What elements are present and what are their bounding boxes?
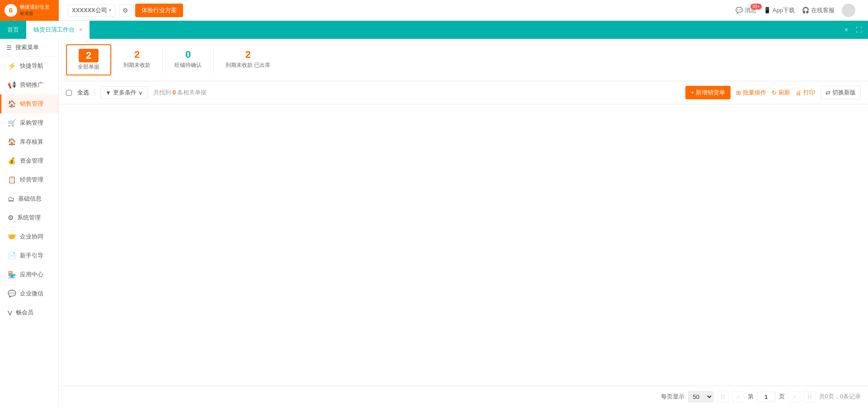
filter-button[interactable]: ▼ 更多条件 ∨ [100, 86, 148, 99]
fullscreen-icon: ⛶ [856, 26, 862, 33]
cart-icon: 🛒 [8, 119, 16, 127]
logo-area: 6 畅捷通好生意 标准版 [0, 0, 59, 21]
sidebar-item-purchase[interactable]: 🛒 采购管理 [0, 113, 58, 132]
sidebar-label-wechat: 企业微信 [20, 290, 43, 298]
sidebar-label-guide: 新手引导 [20, 252, 43, 260]
stat-card-overdue[interactable]: 2 到期未收款 [112, 44, 162, 75]
lightning-icon: ⚡ [8, 62, 16, 70]
search-menu-icon: ☰ [6, 44, 12, 51]
sidebar-label-sales: 销售管理 [20, 100, 43, 108]
close-icon: × [844, 26, 848, 33]
sidebar-label-marketing: 营销推广 [20, 81, 43, 89]
sidebar-search[interactable]: ☰ 搜索菜单 [0, 39, 58, 56]
app-download-button[interactable]: 📱 App下载 [764, 6, 795, 14]
stat-label-overdue: 到期未收款 [123, 61, 151, 69]
stat-label-shipped: 到期未收款 已出库 [226, 61, 270, 69]
tab-money-goods[interactable]: 钱货日清工作台 × [26, 21, 90, 39]
settings-button[interactable]: ⚙ [119, 4, 132, 17]
sidebar-item-inventory[interactable]: 🏠 库存核算 [0, 132, 58, 151]
toolbar-divider-1 [94, 89, 95, 96]
home-icon: 🏠 [8, 100, 16, 108]
wechat-icon: 💬 [8, 290, 16, 298]
sidebar-item-wechat[interactable]: 💬 企业微信 [0, 284, 58, 303]
sidebar-label-operations: 经营管理 [20, 176, 43, 184]
batch-label: 批量操作 [743, 89, 766, 97]
print-label: 打印 [803, 89, 815, 97]
experience-button[interactable]: 体验行业方案 [135, 4, 183, 17]
page-size-select[interactable]: 20 50 100 200 [688, 391, 713, 402]
stat-number-pending: 0 [185, 49, 191, 61]
sidebar-item-sales[interactable]: 🏠 销售管理 [0, 94, 58, 113]
money-goods-tab-label: 钱货日清工作台 [33, 26, 75, 34]
next-page-button[interactable]: ＞ [788, 391, 800, 402]
close-tab-action[interactable]: × [841, 24, 852, 35]
select-all-label: 全选 [77, 89, 89, 97]
found-suffix: 条相关单据 [177, 89, 207, 96]
last-page-button[interactable]: ⟩⟩ [804, 391, 816, 402]
sidebar-item-finance[interactable]: 💰 资金管理 [0, 151, 58, 170]
page-size-label: 每页显示 [661, 393, 684, 401]
chevron-icon: ∨ [138, 89, 143, 96]
message-icon: 💬 [736, 7, 743, 14]
sidebar-label-member: 畅会员 [16, 309, 33, 317]
tab-home[interactable]: 首页 [0, 21, 26, 39]
enterprise-icon: 🤝 [8, 233, 16, 241]
company-name: XXXXXX公司 [72, 6, 107, 14]
filter-label: 更多条件 [113, 89, 137, 97]
stat-number-overdue: 2 [134, 49, 140, 61]
sidebar-item-app-center[interactable]: 🏪 应用中心 [0, 265, 58, 284]
found-text: 共找到 0 条相关单据 [153, 89, 207, 97]
first-page-button[interactable]: ⟨⟨ [717, 391, 729, 402]
sidebar-item-enterprise[interactable]: 🤝 企业协同 [0, 227, 58, 246]
message-button[interactable]: 💬 消息 99+ [736, 6, 756, 14]
pagination-bar: 每页显示 20 50 100 200 ⟨⟨ ＜ 第 1 页 ＞ ⟩⟩ 共0页，0… [59, 386, 868, 407]
add-sales-order-button[interactable]: + 新增销货单 [685, 86, 731, 99]
total-info: 共0页，0条记录 [819, 393, 861, 401]
online-service-label: 在线客服 [811, 6, 835, 14]
print-icon: 🖨 [796, 89, 802, 96]
switch-version-button[interactable]: ⇄ 切换新版 [821, 86, 861, 99]
tab-bar: 首页 钱货日清工作台 × × ⛶ [0, 21, 868, 39]
sidebar-item-quick-nav[interactable]: ⚡ 快捷导航 [0, 56, 58, 75]
stat-card-pending[interactable]: 0 旺铺待确认 [163, 44, 213, 75]
company-selector[interactable]: XXXXXX公司 ▾ [68, 4, 115, 17]
select-all-checkbox[interactable] [66, 90, 72, 96]
clipboard-icon: 📋 [8, 176, 16, 184]
sidebar-item-guide[interactable]: 📄 新手引导 [0, 246, 58, 265]
page-input[interactable]: 1 [757, 392, 775, 402]
fullscreen-tab-action[interactable]: ⛶ [854, 24, 864, 35]
online-service-button[interactable]: 🎧 在线客服 [802, 6, 835, 14]
headset-icon: 🎧 [802, 7, 809, 14]
avatar[interactable] [842, 4, 855, 17]
sidebar-label-enterprise: 企业协同 [20, 233, 43, 241]
batch-operation-button[interactable]: ⊞ 批量操作 [736, 89, 766, 97]
search-menu-label: 搜索菜单 [15, 43, 39, 51]
message-badge: 99+ [750, 4, 762, 9]
stat-label-pending: 旺铺待确认 [175, 61, 202, 69]
sidebar-item-marketing[interactable]: 📢 营销推广 [0, 75, 58, 94]
guide-icon: 📄 [8, 252, 16, 260]
sidebar-item-member[interactable]: V 畅会员 [0, 303, 58, 322]
tab-close-icon[interactable]: × [79, 27, 82, 33]
sidebar-label-purchase: 采购管理 [20, 119, 43, 127]
refresh-button[interactable]: ↻ 刷新 [772, 89, 790, 97]
header-left: 6 畅捷通好生意 标准版 XXXXXX公司 ▾ ⚙ 体验行业方案 [0, 0, 183, 21]
sidebar-item-system[interactable]: ⚙ 系统管理 [0, 208, 58, 227]
logo-title: 畅捷通好生意 [20, 4, 50, 10]
stat-label-all: 全部单据 [78, 63, 99, 71]
switch-icon: ⇄ [826, 89, 830, 96]
sidebar-item-operations[interactable]: 📋 经营管理 [0, 170, 58, 189]
refresh-icon: ↻ [772, 89, 777, 96]
stat-card-all[interactable]: 2 全部单据 [66, 44, 111, 75]
logo-text-group: 畅捷通好生意 标准版 [20, 4, 50, 16]
sidebar-item-basic-info[interactable]: 🗂 基础信息 [0, 189, 58, 208]
stat-card-shipped[interactable]: 2 到期未收款 已出库 [214, 44, 282, 75]
prev-page-button[interactable]: ＜ [732, 391, 744, 402]
member-icon: V [8, 309, 12, 317]
inventory-icon: 🏠 [8, 138, 16, 146]
toolbar: 全选 ▼ 更多条件 ∨ 共找到 0 条相关单据 + 新增销货单 ⊞ 批量操作 ↻ [59, 81, 868, 104]
switch-label: 切换新版 [832, 89, 856, 97]
page-label: 第 [748, 393, 754, 401]
print-button[interactable]: 🖨 打印 [796, 89, 815, 97]
toolbar-right: + 新增销货单 ⊞ 批量操作 ↻ 刷新 🖨 打印 ⇄ 切换新版 [685, 86, 861, 99]
